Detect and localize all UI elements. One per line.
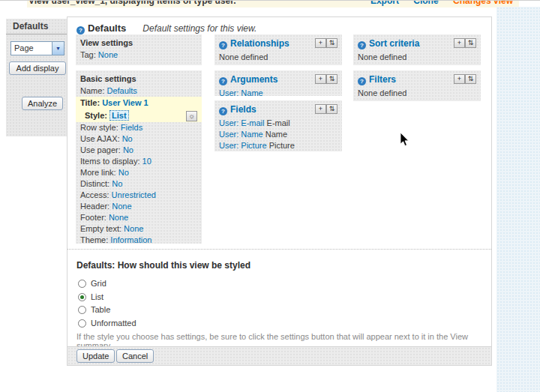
filters-title-link[interactable]: Filters — [369, 74, 396, 85]
help-icon[interactable]: ? — [358, 77, 366, 85]
setting-row: Items to display: 10 — [80, 156, 197, 167]
basic-settings-title: Basic settings — [80, 74, 197, 83]
setting-value-link[interactable]: Information — [110, 235, 152, 244]
field-item-link[interactable]: User: E-mail — [219, 118, 265, 127]
update-button[interactable]: Update — [76, 349, 115, 363]
rearrange-icon[interactable]: ⇅ — [326, 74, 338, 84]
setting-row: Access: Unrestricted — [80, 190, 197, 201]
add-icon[interactable]: + — [315, 74, 326, 84]
setting-row-name: Name: Defaults — [80, 85, 197, 97]
style-value-link[interactable]: List — [110, 110, 129, 121]
tab-defaults-label: Defaults — [13, 21, 48, 31]
analyze-button[interactable]: Analyze — [22, 97, 63, 110]
rearrange-icon[interactable]: ⇅ — [326, 38, 338, 48]
add-icon[interactable]: + — [315, 104, 326, 114]
page-subtitle: Default settings for this view. — [142, 23, 256, 34]
view-settings-box: View settings Tag: None — [76, 34, 202, 65]
setting-row: Footer: None — [80, 212, 197, 223]
fields-title-link[interactable]: Fields — [230, 104, 256, 115]
sort-criteria-empty: None defined — [358, 52, 476, 63]
radio-table[interactable]: Table — [78, 305, 110, 316]
cancel-button[interactable]: Cancel — [116, 349, 154, 363]
argument-item-link[interactable]: User: Name — [219, 88, 263, 97]
radio-list-label: List — [91, 292, 104, 301]
setting-value-link[interactable]: None — [112, 202, 131, 211]
setting-row: Use AJAX: No — [80, 133, 197, 145]
view-header-links: Export Clone Changes view — [358, 1, 513, 6]
tag-value-link[interactable]: None — [98, 50, 118, 59]
help-icon[interactable]: ? — [358, 41, 366, 49]
field-item: User: Name Name — [219, 129, 338, 140]
basic-settings-box: Basic settings Name: Defaults Title: Use… — [76, 70, 202, 244]
setting-row: Header: None — [80, 201, 197, 212]
relationships-empty: None defined — [219, 52, 338, 63]
help-icon[interactable]: ? — [219, 41, 227, 49]
filters-box: ?Filters +⇅ None defined — [353, 70, 481, 101]
setting-value-link[interactable]: Defaults — [106, 86, 136, 95]
field-item: User: E-mail E-mail — [219, 118, 338, 129]
setting-row: Use pager: No — [80, 145, 197, 156]
radio-button-selected[interactable] — [78, 293, 86, 301]
export-link[interactable]: Export — [370, 1, 399, 6]
relationships-box: ?Relationships +⇅ None defined — [214, 34, 342, 65]
clone-link[interactable]: Clone — [413, 1, 438, 6]
arguments-box: ?Arguments +⇅ User: Name — [214, 70, 342, 96]
radio-unformatted[interactable]: Unformatted — [78, 319, 136, 329]
add-display-button[interactable]: Add display — [9, 61, 66, 75]
setting-row: Row style: Fields — [80, 122, 197, 133]
radio-unformatted-label: Unformatted — [91, 319, 136, 328]
add-icon[interactable]: + — [454, 38, 465, 48]
radio-button[interactable] — [78, 306, 86, 314]
setting-value-link[interactable]: No — [118, 168, 129, 177]
setting-row: Empty text: None — [80, 223, 197, 235]
add-icon[interactable]: + — [315, 38, 326, 48]
setting-value-link[interactable]: None — [109, 213, 128, 222]
display-controls: Page ▼ Add display Analyze — [6, 34, 69, 136]
add-icon[interactable]: + — [454, 74, 465, 84]
radio-grid-label: Grid — [91, 279, 106, 288]
help-icon[interactable]: ? — [219, 77, 227, 85]
help-icon[interactable]: ? — [219, 107, 227, 115]
setting-value-link[interactable]: None — [124, 224, 143, 233]
setting-value-link[interactable]: Unrestricted — [112, 190, 156, 199]
radio-list[interactable]: List — [78, 292, 104, 303]
views-edit-panel: ?DefaultsDefault settings for this view.… — [67, 16, 492, 366]
view-title: View user_view_1, displaying items of ty… — [28, 1, 236, 6]
help-icon[interactable]: ? — [76, 26, 85, 34]
rearrange-icon[interactable]: ⇅ — [465, 38, 476, 48]
arguments-title-link[interactable]: Arguments — [230, 74, 278, 85]
radio-button[interactable] — [78, 319, 86, 328]
radio-grid[interactable]: Grid — [78, 279, 106, 289]
setting-row-title: Title: User View 1 — [76, 97, 202, 109]
field-item-link[interactable]: User: Name — [219, 130, 263, 139]
rearrange-icon[interactable]: ⇅ — [326, 104, 338, 114]
setting-row: More link: No — [80, 167, 197, 178]
radio-button[interactable] — [78, 280, 86, 288]
style-form-heading: Defaults: How should this view be styled — [76, 260, 250, 271]
display-type-select[interactable]: Page ▼ — [10, 41, 64, 55]
tag-label: Tag: — [80, 50, 96, 59]
relationships-title-link[interactable]: Relationships — [230, 38, 290, 49]
setting-row: Distinct: No — [80, 178, 197, 190]
changes-view-link[interactable]: Changes view — [453, 1, 513, 6]
setting-value-link[interactable]: No — [123, 145, 134, 154]
setting-value-link[interactable]: No — [112, 179, 122, 188]
panel-header: ?DefaultsDefault settings for this view. — [76, 22, 256, 34]
sort-criteria-title-link[interactable]: Sort criteria — [369, 38, 419, 49]
setting-value-link[interactable]: User View 1 — [102, 98, 148, 107]
fields-box: ?Fields +⇅ User: E-mail E-mail User: Nam… — [214, 100, 342, 151]
field-item-link[interactable]: User: Picture — [219, 141, 267, 150]
style-settings-gear-icon[interactable]: ☼ — [186, 111, 197, 121]
view-settings-title: View settings — [80, 38, 197, 47]
form-actions: Update Cancel — [68, 346, 491, 365]
rearrange-icon[interactable]: ⇅ — [465, 74, 476, 84]
field-item: User: Picture Picture — [219, 140, 338, 151]
setting-value-link[interactable]: No — [122, 134, 133, 143]
view-header-strip: View user_view_1, displaying items of ty… — [27, 1, 519, 7]
filters-empty: None defined — [358, 88, 476, 99]
tab-defaults[interactable]: Defaults — [6, 19, 69, 34]
setting-value-link[interactable]: 10 — [142, 157, 152, 166]
setting-value-link[interactable]: Fields — [121, 123, 142, 132]
display-type-value: Page — [14, 43, 34, 52]
page-title: Defaults — [88, 22, 126, 34]
